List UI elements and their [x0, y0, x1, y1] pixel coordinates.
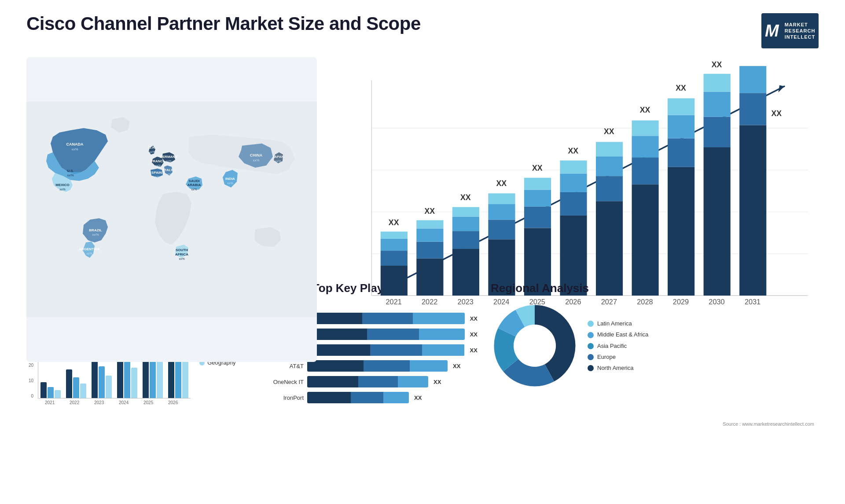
svg-text:xx%: xx%: [227, 182, 233, 185]
svg-rect-60: [488, 219, 515, 239]
player-bar-ironport-seg1: [307, 392, 351, 403]
world-map-svg: CANADA xx% U.S. xx% MEXICO xx% BRAZIL xx…: [26, 57, 317, 362]
player-bar-oneneck-seg2: [358, 376, 398, 387]
svg-rect-97: [704, 92, 731, 117]
regional-legend-apac: Asia Pacific: [588, 343, 648, 349]
svg-text:XX: XX: [640, 106, 650, 114]
regional-legend-mea: Middle East & Africa: [588, 331, 648, 338]
regional-section: Regional Analysis: [489, 279, 819, 429]
svg-rect-95: [704, 147, 731, 296]
donut-chart-svg: [491, 302, 579, 390]
player-bar-oneneck-seg1: [307, 376, 358, 387]
svg-rect-55: [452, 217, 479, 231]
svg-point-112: [514, 325, 556, 367]
page-title: Cisco Channel Partner Market Size and Sc…: [26, 13, 421, 34]
map-section: CANADA xx% U.S. xx% MEXICO xx% BRAZIL xx…: [26, 57, 317, 362]
svg-rect-89: [668, 167, 694, 296]
svg-text:xx%: xx%: [149, 150, 155, 153]
svg-rect-78: [596, 176, 623, 201]
player-bar-att-seg1: [307, 360, 364, 372]
svg-text:ARGENTINA: ARGENTINA: [79, 247, 100, 251]
svg-text:SAUDI: SAUDI: [189, 179, 200, 183]
svg-text:XX: XX: [712, 62, 722, 69]
svg-rect-56: [452, 207, 479, 217]
x-label-2021: 2021: [40, 400, 59, 405]
seg-bar-geo-2021: [55, 390, 61, 398]
regional-label-northam: North America: [597, 365, 633, 371]
svg-rect-102: [739, 93, 766, 125]
player-bar-att-seg2: [364, 360, 410, 372]
logo-line3: INTELLECT: [785, 34, 816, 40]
svg-text:2022: 2022: [422, 298, 437, 306]
regional-content: Latin America Middle East & Africa Asia …: [491, 302, 816, 390]
top-grid: CANADA xx% U.S. xx% MEXICO xx% BRAZIL xx…: [26, 57, 819, 273]
regional-label-mea: Middle East & Africa: [597, 331, 648, 338]
svg-text:SOUTH: SOUTH: [176, 248, 188, 252]
logo-text: MARKET RESEARCH INTELLECT: [785, 22, 816, 40]
seg-bar-geo-2022: [80, 383, 86, 398]
player-bar-oneneck: [307, 376, 428, 387]
svg-text:BRAZIL: BRAZIL: [89, 228, 102, 232]
svg-rect-44: [381, 232, 408, 239]
seg-bar-app-2022: [73, 377, 79, 398]
x-label-2025: 2025: [139, 400, 158, 405]
seg-bar-type-2022: [66, 369, 72, 398]
player-bar-att: [307, 360, 448, 372]
y-label-0: 0: [29, 394, 33, 398]
seg-bar-app-2023: [99, 366, 105, 398]
regional-title: Regional Analysis: [491, 281, 816, 295]
svg-rect-42: [381, 251, 408, 266]
svg-text:MEXICO: MEXICO: [55, 183, 70, 187]
page-container: Cisco Channel Partner Market Size and Sc…: [0, 0, 845, 504]
svg-rect-103: [739, 66, 766, 93]
player-row-att: AT&T XX: [235, 360, 478, 372]
player-row-ironport: IronPort XX: [235, 392, 478, 403]
svg-text:INDIA: INDIA: [225, 177, 235, 181]
seg-bar-geo-2023: [106, 376, 112, 398]
svg-rect-73: [560, 174, 587, 192]
regional-label-latin: Latin America: [597, 320, 632, 327]
player-bar-oneneck-seg3: [398, 376, 428, 387]
svg-text:xx%: xx%: [67, 173, 73, 177]
svg-rect-68: [524, 178, 551, 190]
regional-dot-apac: [588, 343, 594, 349]
player-name-oneneck: OneNeck IT: [235, 379, 304, 385]
regional-dot-northam: [588, 365, 594, 371]
svg-rect-48: [416, 242, 443, 259]
svg-text:SPAIN: SPAIN: [151, 171, 162, 175]
svg-rect-101: [739, 125, 766, 296]
svg-rect-92: [668, 99, 694, 115]
y-label-10: 10: [29, 378, 33, 383]
svg-text:XX: XX: [604, 127, 614, 136]
regional-dot-europe: [588, 354, 594, 360]
x-label-2022: 2022: [65, 400, 84, 405]
seg-bar-geo-2024: [131, 368, 137, 398]
svg-rect-54: [452, 231, 479, 249]
svg-rect-90: [668, 139, 694, 167]
player-bar-ironport-seg2: [351, 392, 383, 403]
svg-text:xx%: xx%: [154, 175, 159, 179]
svg-rect-98: [704, 74, 731, 92]
header: Cisco Channel Partner Market Size and Sc…: [26, 13, 819, 48]
seg-bar-group-2022: [66, 369, 86, 398]
svg-text:CANADA: CANADA: [66, 142, 84, 146]
player-bar-ironport-seg3: [383, 392, 409, 403]
svg-text:xx%: xx%: [191, 188, 197, 191]
svg-text:XX: XX: [424, 207, 435, 215]
regional-label-europe: Europe: [597, 354, 616, 360]
svg-rect-86: [632, 121, 659, 136]
player-label-ironport: XX: [414, 394, 422, 401]
svg-rect-85: [632, 136, 659, 157]
regional-dot-latin: [588, 321, 594, 327]
svg-text:U.K.: U.K.: [149, 146, 156, 150]
regional-legend-northam: North America: [588, 365, 648, 371]
svg-text:xx%: xx%: [179, 257, 184, 260]
regional-legend-latin: Latin America: [588, 320, 648, 327]
logo-line1: MARKET: [785, 22, 816, 28]
svg-text:ITALY: ITALY: [163, 168, 173, 172]
x-label-2023: 2023: [89, 400, 109, 405]
svg-rect-96: [704, 117, 731, 147]
svg-rect-47: [416, 259, 443, 296]
svg-text:AFRICA: AFRICA: [175, 252, 188, 256]
x-label-2026: 2026: [163, 400, 183, 405]
